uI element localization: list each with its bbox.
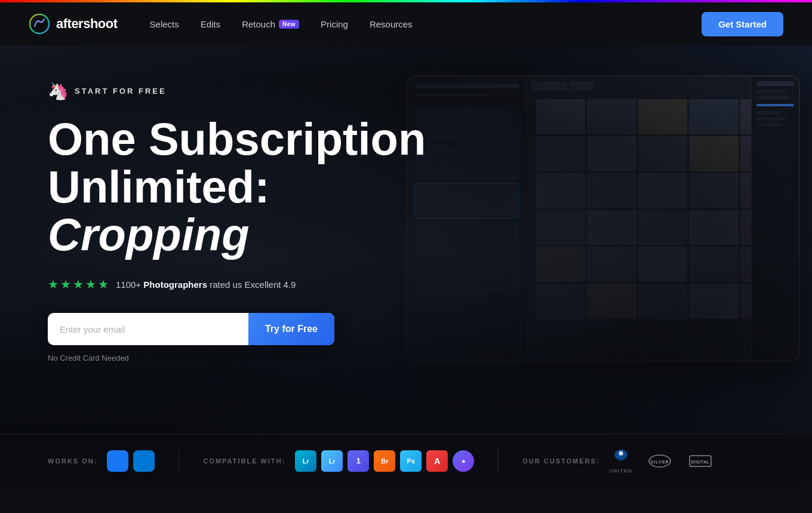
hero-visual: [394, 63, 812, 446]
try-for-free-button[interactable]: Try for Free: [248, 313, 334, 345]
rating-text: 1100+ Photographers rated us Excellent 4…: [116, 279, 296, 290]
customer-logos: UNITED SILVER DIGITAL: [610, 448, 714, 474]
compatible-label: COMPATIBLE WITH:: [203, 457, 285, 465]
new-badge: New: [279, 20, 299, 29]
star-5: ★: [98, 277, 109, 291]
svg-rect-2: [144, 456, 149, 461]
no-credit-text: No Credit Card Needed: [48, 354, 442, 363]
photoshop-icon: Ps: [400, 450, 422, 472]
star-1: ★: [48, 277, 59, 291]
works-on-icons: [107, 450, 155, 472]
svg-point-0: [30, 14, 49, 33]
svg-text:DIGITAL: DIGITAL: [691, 460, 710, 464]
email-input[interactable]: [48, 314, 248, 345]
lightroom-cc-icon: Lr: [321, 450, 343, 472]
email-form[interactable]: Try for Free: [48, 313, 334, 345]
united-text: UNITED: [610, 468, 633, 474]
customers-section: OUR CUSTOMERS: UNITED SILVER: [498, 448, 737, 474]
svg-rect-3: [139, 461, 144, 466]
united-logo: UNITED: [610, 448, 633, 474]
star-2: ★: [60, 277, 71, 291]
svg-rect-1: [139, 456, 144, 461]
rating-row: ★ ★ ★ ★ ★ 1100+ Photographers rated us E…: [48, 277, 442, 291]
a-icon: A: [426, 450, 448, 472]
svg-text:SILVER: SILVER: [651, 460, 669, 464]
digital-logo: DIGITAL: [687, 451, 713, 471]
silver-logo-icon: SILVER: [647, 451, 673, 471]
start-badge: 🦄 START FOR FREE: [48, 81, 442, 101]
get-started-button[interactable]: Get Started: [702, 12, 783, 36]
hero-title-line1: One Subscription: [48, 113, 426, 164]
star-3: ★: [73, 277, 84, 291]
computer-screen: [406, 75, 800, 362]
logo-wordmark: aftershoot: [56, 16, 118, 32]
digital-logo-icon: DIGITAL: [687, 451, 713, 471]
photographers-label: Photographers: [143, 279, 207, 290]
navbar: aftershoot Selects Edits Retouch New Pri…: [0, 2, 812, 45]
nav-retouch[interactable]: Retouch New: [233, 16, 307, 33]
nav-pricing[interactable]: Pricing: [312, 16, 356, 33]
bottom-bar: WORKS ON: COMPATIBLE WITH: L: [0, 434, 812, 487]
star-rating: ★ ★ ★ ★ ★: [48, 277, 109, 291]
compatible-section: COMPATIBLE WITH: Lr Lr 1 Br Ps A ●: [179, 450, 498, 472]
silver-logo: SILVER: [647, 451, 673, 471]
one-icon: 1: [347, 450, 369, 472]
compatible-icons: Lr Lr 1 Br Ps A ●: [295, 450, 474, 472]
nav-links: Selects Edits Retouch New Pricing Resour…: [142, 16, 421, 33]
photo-grid: [531, 94, 794, 324]
windows-icon: [133, 450, 155, 472]
start-for-free-text: START FOR FREE: [75, 87, 167, 96]
hero-title-line2-normal: Unlimited:: [48, 161, 270, 212]
nav-resources[interactable]: Resources: [361, 16, 421, 33]
hero-section: 🦄 START FOR FREE One Subscription Unlimi…: [0, 45, 812, 487]
hero-title-italic: Cropping: [48, 209, 250, 260]
extra-icon: ●: [453, 450, 474, 472]
hero-title: One Subscription Unlimited: Cropping: [48, 115, 442, 258]
nav-edits[interactable]: Edits: [192, 16, 229, 33]
works-on-section: WORKS ON:: [48, 450, 179, 472]
nav-selects[interactable]: Selects: [142, 16, 187, 33]
star-4: ★: [85, 277, 96, 291]
customers-label: OUR CUSTOMERS:: [522, 457, 599, 465]
bridge-icon: Br: [374, 450, 395, 472]
united-eagle-icon: [610, 448, 632, 467]
works-on-label: WORKS ON:: [48, 457, 97, 465]
svg-rect-4: [144, 461, 149, 466]
logo-icon: [29, 13, 50, 35]
lightroom-classic-icon: Lr: [295, 450, 316, 472]
facebook-icon: [107, 450, 128, 472]
hero-content: 🦄 START FOR FREE One Subscription Unlimi…: [48, 81, 442, 363]
unicorn-emoji: 🦄: [48, 81, 69, 101]
logo[interactable]: aftershoot: [29, 13, 118, 35]
